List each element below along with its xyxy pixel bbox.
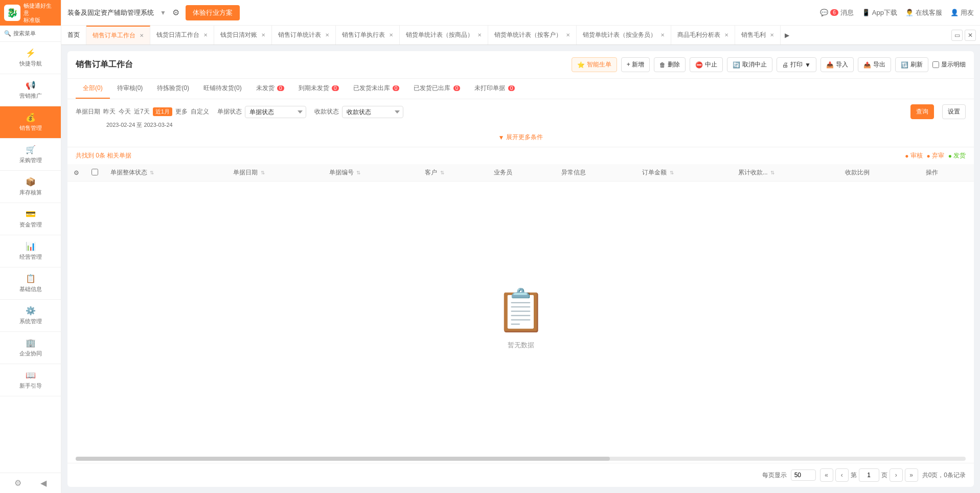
filter-settings-button[interactable]: 设置 [942, 104, 966, 119]
subtab-not-printed[interactable]: 未打印单据 0 [467, 79, 522, 99]
query-button[interactable]: 查询 [910, 104, 934, 119]
sidebar-item-operations[interactable]: 📊 经营管理 [0, 235, 61, 267]
tab-close-icon[interactable]: ✕ [203, 32, 208, 38]
tab-profit-analysis[interactable]: 商品毛利分析表 ✕ [671, 26, 735, 45]
sidebar-item-purchase[interactable]: 🛒 采购管理 [0, 139, 61, 171]
first-page-button[interactable]: « [820, 468, 833, 482]
tab-sales-stat-product[interactable]: 销货单统计表（按商品） ✕ [400, 26, 488, 45]
smart-create-button[interactable]: ⭐ 智能生单 [572, 57, 617, 72]
date-opt-7days[interactable]: 近7天 [134, 107, 150, 116]
date-opt-today[interactable]: 今天 [119, 107, 131, 116]
delete-button[interactable]: 🗑 删除 [654, 57, 686, 72]
tab-close-icon[interactable]: ✕ [261, 32, 265, 38]
column-settings-icon[interactable]: ⚙ [74, 169, 79, 176]
date-opt-yesterday[interactable]: 昨天 [103, 107, 116, 116]
tab-sales-gross[interactable]: 销售毛利 ✕ [735, 26, 781, 45]
tab-sales-exec[interactable]: 销售订单执行表 ✕ [336, 26, 400, 45]
settings-icon[interactable]: ⚙ [14, 478, 21, 488]
tab-cash-reconcile[interactable]: 钱货日清对账 ✕ [214, 26, 272, 45]
message-button[interactable]: 💬 6 消息 [820, 8, 854, 17]
subtab-all[interactable]: 全部(0) [76, 79, 110, 99]
subtab-delivered-not-out[interactable]: 已发货未出库 0 [346, 79, 407, 99]
prev-page-button[interactable]: ‹ [835, 468, 849, 482]
tab-sales-stat-customer[interactable]: 销货单统计表（按客户） ✕ [488, 26, 577, 45]
tab-close-icon[interactable]: ✕ [566, 32, 570, 38]
show-detail-input[interactable] [932, 61, 939, 68]
sidebar-item-inventory[interactable]: 📦 库存核算 [0, 171, 61, 203]
collapse-icon[interactable]: ◀ [40, 478, 47, 488]
tab-sales-order[interactable]: 销售订单工作台 ✕ [86, 26, 150, 45]
tab-cash-daily[interactable]: 钱货日清工作台 ✕ [150, 26, 214, 45]
tab-close-icon[interactable]: ✕ [325, 32, 329, 38]
sidebar-item-guide[interactable]: 📖 新手引导 [0, 364, 61, 396]
sidebar-item-label: 企业协同 [19, 350, 42, 357]
horizontal-scroll-thumb[interactable] [76, 457, 610, 461]
subtab-overdue[interactable]: 到期未发货 0 [291, 79, 346, 99]
tab-close-icon[interactable]: ✕ [660, 32, 665, 38]
review-button[interactable]: ● 审核 [905, 151, 922, 160]
sidebar-item-corp[interactable]: 🏢 企业协同 [0, 332, 61, 364]
app-download-button[interactable]: 📱 App下载 [862, 8, 897, 17]
page-input[interactable] [859, 468, 879, 482]
tab-close-all-button[interactable]: ✕ [965, 30, 976, 41]
import-button[interactable]: 📥 导入 [821, 57, 854, 72]
subtab-pending-review[interactable]: 待审核(0) [110, 79, 150, 99]
sidebar-item-finance[interactable]: 💳 资金管理 [0, 203, 61, 235]
date-opt-custom[interactable]: 自定义 [191, 107, 209, 116]
sidebar-item-base-info[interactable]: 📋 基础信息 [0, 267, 61, 300]
tab-close-icon[interactable]: ✕ [724, 32, 728, 38]
sort-date-icon[interactable]: ⇅ [261, 170, 265, 175]
search-icon: 🔍 [4, 30, 11, 37]
sidebar-item-sales[interactable]: 💰 销售管理 [0, 106, 61, 139]
tab-home[interactable]: 首页 [61, 26, 86, 45]
operations-icon: 📊 [26, 241, 36, 251]
cancel-stop-button[interactable]: 🔄 取消中止 [727, 57, 772, 72]
cancel-review-button[interactable]: ● 弃审 [927, 151, 944, 160]
sort-customer-icon[interactable]: ⇅ [440, 170, 444, 175]
tab-close-icon[interactable]: ✕ [389, 32, 393, 38]
subtab-wangpu[interactable]: 旺铺待发货(0) [196, 79, 249, 99]
stop-button[interactable]: ⛔ 中止 [690, 57, 723, 72]
tab-restore-button[interactable]: ▭ [951, 30, 963, 41]
status-select[interactable]: 单据状态 [245, 106, 306, 118]
print-button[interactable]: 🖨 打印 ▼ [777, 57, 816, 72]
horizontal-scrollbar[interactable] [76, 457, 966, 461]
subtab-pending-inspect[interactable]: 待拣验货(0) [150, 79, 196, 99]
subtab-not-delivered[interactable]: 未发货 0 [249, 79, 291, 99]
expand-filter-button[interactable]: ▼ 展开更多条件 [498, 133, 543, 142]
deliver-button[interactable]: ● 发货 [948, 151, 966, 160]
trial-button[interactable]: 体验行业方案 [186, 5, 240, 20]
date-opt-more[interactable]: 更多 [175, 107, 188, 116]
tab-sales-stat-staff[interactable]: 销货单统计表（按业务员） ✕ [577, 26, 671, 45]
refresh-button[interactable]: 🔃 刷新 [895, 57, 928, 72]
sidebar-item-quick-nav[interactable]: ⚡ 快捷导航 [0, 42, 61, 74]
sidebar-item-marketing[interactable]: 📢 营销推广 [0, 74, 61, 106]
tab-close-icon[interactable]: ✕ [477, 32, 482, 38]
select-all-checkbox[interactable] [92, 169, 98, 175]
export-button[interactable]: 📤 导出 [858, 57, 891, 72]
tab-close-icon[interactable]: ✕ [770, 32, 774, 38]
show-detail-checkbox[interactable]: 显示明细 [932, 60, 966, 69]
tab-more-button[interactable]: ▶ [781, 26, 793, 45]
sidebar-search[interactable]: 🔍 搜索菜单 [0, 26, 61, 42]
sort-amount-icon[interactable]: ⇅ [670, 170, 674, 175]
th-checkbox[interactable] [85, 164, 104, 182]
add-button[interactable]: + 新增 [621, 57, 650, 72]
next-page-button[interactable]: › [890, 468, 903, 482]
sidebar-item-system[interactable]: ⚙️ 系统管理 [0, 300, 61, 332]
tab-sales-stat[interactable]: 销售订单统计表 ✕ [272, 26, 336, 45]
tab-close-icon[interactable]: ✕ [140, 33, 144, 38]
th-settings[interactable]: ⚙ [67, 164, 85, 182]
sort-number-icon[interactable]: ⇅ [356, 170, 360, 175]
date-opt-1month[interactable]: 近1月 [153, 107, 172, 116]
payment-select[interactable]: 收款状态 [342, 106, 403, 118]
online-service-button[interactable]: 👨‍💼 在线客服 [905, 8, 942, 17]
sort-status-icon[interactable]: ⇅ [150, 170, 154, 175]
last-page-button[interactable]: » [905, 468, 918, 482]
sort-collected-icon[interactable]: ⇅ [770, 170, 774, 175]
page-size-select[interactable]: 50 10 20 100 [791, 469, 816, 481]
user-button[interactable]: 👤 用友 [950, 8, 974, 17]
sidebar-item-label: 销售管理 [19, 124, 42, 132]
topbar-gear-icon[interactable]: ⚙ [172, 8, 179, 17]
subtab-delivered-out[interactable]: 已发货已出库 0 [406, 79, 467, 99]
